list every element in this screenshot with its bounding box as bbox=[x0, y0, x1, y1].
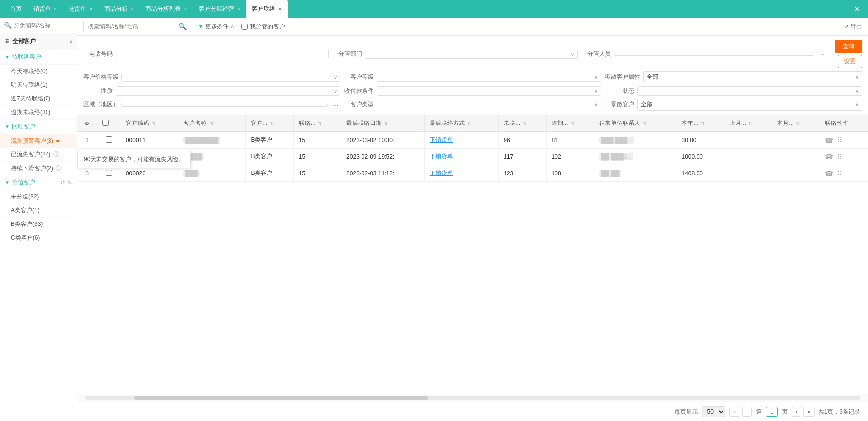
payment-select[interactable]: ∨ bbox=[377, 86, 602, 96]
settings-icon[interactable]: ⚙ bbox=[84, 120, 90, 127]
row1-action-more[interactable]: ⠿ bbox=[837, 136, 842, 144]
col-this-year[interactable]: 本年... ⇅ bbox=[676, 115, 724, 132]
col-contact[interactable]: 联络... ⇅ bbox=[293, 115, 341, 132]
tab-product-list[interactable]: 商品分析列表 × bbox=[140, 0, 193, 18]
price-level-select[interactable]: ∨ bbox=[121, 73, 340, 82]
sidebar-item-overdue[interactable]: 逾期未联络(30) bbox=[0, 106, 77, 120]
row2-method[interactable]: 下销货单 bbox=[424, 149, 498, 165]
sidebar-item-tomorrow[interactable]: 明天待联络(1) bbox=[0, 78, 77, 92]
row3-check[interactable] bbox=[106, 170, 112, 176]
last-page-btn[interactable]: » bbox=[803, 407, 815, 417]
sidebar-group-risk[interactable]: ▼ 回顾客户 bbox=[0, 120, 77, 134]
field-retail-customer: 零散客户 全部 ∨ bbox=[605, 99, 862, 111]
tab-customer-contact-close[interactable]: × bbox=[278, 6, 281, 12]
col-last-date[interactable]: 最后联络日期 ⇅ bbox=[341, 115, 425, 132]
tab-customer-contact[interactable]: 客户联络 × bbox=[246, 0, 287, 18]
search-input[interactable] bbox=[88, 23, 178, 30]
prev-page-btn[interactable]: ‹ bbox=[742, 407, 752, 417]
row3-action-phone[interactable]: ☎ bbox=[825, 170, 833, 177]
manager-select[interactable] bbox=[614, 52, 814, 56]
col-contact-person[interactable]: 往来单位联系人 ⇅ bbox=[594, 115, 676, 132]
sidebar-all-customers[interactable]: ⠿ 全部客户 « bbox=[0, 33, 77, 50]
table-row: 3 000026 ███ B类客户 15 2023-02-03 11:12: 下… bbox=[77, 165, 868, 182]
col-overdue[interactable]: 逾期... ⇅ bbox=[546, 115, 594, 132]
query-btn[interactable]: 查询 bbox=[835, 40, 862, 53]
sidebar-item-declining[interactable]: 持续下滑客户(2) ⓘ bbox=[0, 162, 77, 175]
sidebar-group-value[interactable]: ▼ 价值客户 ↺ ✎ bbox=[0, 175, 77, 190]
search-btn[interactable]: 🔍 bbox=[178, 23, 187, 30]
row3-method-link[interactable]: 下销货单 bbox=[430, 170, 453, 176]
tab-customer-tier-close[interactable]: × bbox=[237, 6, 240, 12]
export-btn[interactable]: ↗ 导出 bbox=[844, 23, 862, 31]
tab-product-analysis[interactable]: 商品分析 × bbox=[98, 0, 140, 18]
first-page-btn[interactable]: « bbox=[729, 407, 741, 417]
tab-product-analysis-close[interactable]: × bbox=[131, 6, 134, 12]
row2-cp-blurred: ██ ███3... bbox=[599, 153, 634, 160]
scroll-track[interactable] bbox=[85, 396, 860, 400]
row1-method-link[interactable]: 下销货单 bbox=[430, 136, 453, 143]
next-page-btn[interactable]: › bbox=[792, 407, 801, 417]
tab-purchase-close[interactable]: × bbox=[89, 6, 92, 12]
nature-select[interactable]: ∨ bbox=[116, 86, 340, 96]
row2-this-year: 1000.00 bbox=[676, 149, 724, 165]
col-unlisted[interactable]: 未联... ⇅ bbox=[499, 115, 546, 132]
tab-purchase[interactable]: 进货单 × bbox=[63, 0, 98, 18]
status-select[interactable]: ∨ bbox=[637, 86, 862, 96]
col-settings[interactable]: ⚙ bbox=[77, 115, 97, 132]
my-customers-checkbox[interactable] bbox=[241, 24, 248, 30]
tab-product-list-close[interactable]: × bbox=[184, 6, 187, 12]
row2-action-more[interactable]: ⠿ bbox=[837, 153, 842, 161]
col-type[interactable]: 客户... ⇅ bbox=[246, 115, 293, 132]
area-more[interactable]: ··· bbox=[331, 101, 340, 109]
row1-check[interactable] bbox=[106, 136, 112, 143]
sidebar-item-today[interactable]: 今天待联络(0) bbox=[0, 65, 77, 78]
tab-sales[interactable]: 销货单 × bbox=[27, 0, 63, 18]
refresh-icon[interactable]: ↺ bbox=[60, 179, 65, 186]
row2-action-phone[interactable]: ☎ bbox=[825, 153, 833, 161]
more-conditions-btn[interactable]: ▼ 更多条件 ∧ bbox=[195, 21, 238, 32]
phone-input[interactable] bbox=[116, 49, 329, 59]
sidebar-item-class-c[interactable]: C类客户(6) bbox=[0, 231, 77, 245]
col-this-month[interactable]: 本月... ⇅ bbox=[772, 115, 820, 132]
sidebar-group-pending[interactable]: ▼ 待联络客户 bbox=[0, 50, 77, 65]
setting-btn[interactable]: 设置 bbox=[838, 55, 862, 68]
customer-level-select[interactable]: ∨ bbox=[377, 73, 602, 82]
retail-customer-select[interactable]: 全部 ∨ bbox=[637, 99, 862, 111]
area-select[interactable] bbox=[121, 103, 328, 107]
row1-action-phone[interactable]: ☎ bbox=[825, 136, 833, 144]
edit-icon[interactable]: ✎ bbox=[67, 179, 72, 186]
customer-type-select[interactable]: ∨ bbox=[377, 100, 602, 109]
row3-action-more[interactable]: ⠿ bbox=[837, 170, 842, 177]
tab-customer-tier[interactable]: 客户分层经营 × bbox=[193, 0, 246, 18]
sidebar-item-churn-warning[interactable]: 流失预警客户(3) ● bbox=[0, 134, 77, 148]
row2-overdue: 102 bbox=[546, 149, 594, 165]
sidebar-item-churned[interactable]: 已流失客户(24) ⓘ bbox=[0, 148, 77, 162]
row1-name-blurred: ████████ bbox=[183, 137, 220, 144]
col-code[interactable]: 客户编码 ⇅ bbox=[121, 115, 178, 132]
col-last-month[interactable]: 上月... ⇅ bbox=[724, 115, 772, 132]
scroll-thumb[interactable] bbox=[134, 396, 428, 400]
row3-last-month bbox=[724, 165, 772, 182]
horizontal-scrollbar[interactable] bbox=[77, 394, 868, 402]
sidebar-item-class-a[interactable]: A类客户(1) bbox=[0, 204, 77, 218]
sidebar-item-ungrouped[interactable]: 未分组(32) bbox=[0, 190, 77, 204]
sidebar-item-7days[interactable]: 近7天待联络(0) bbox=[0, 92, 77, 106]
tab-home[interactable]: 首页 bbox=[4, 0, 27, 18]
col-name[interactable]: 客户名称 ⇅ bbox=[178, 115, 246, 132]
row2-method-link[interactable]: 下销货单 bbox=[430, 153, 453, 160]
department-select[interactable]: ∨ bbox=[365, 50, 578, 59]
manager-more[interactable]: ··· bbox=[817, 50, 827, 58]
row3-name-blurred: ███ bbox=[183, 170, 200, 177]
page-size-select[interactable]: 50 bbox=[702, 406, 725, 417]
tab-sales-close[interactable]: × bbox=[54, 6, 57, 12]
col-last-method[interactable]: 最后联络方式 ⇅ bbox=[424, 115, 498, 132]
my-customers-checkbox-wrap[interactable]: 我分管的客户 bbox=[241, 23, 285, 31]
row1-method[interactable]: 下销货单 bbox=[424, 132, 498, 149]
sidebar-search-input[interactable] bbox=[14, 22, 73, 29]
window-close-btn[interactable]: ✕ bbox=[850, 4, 864, 14]
retail-attr-select[interactable]: 全部 ∨ bbox=[643, 71, 862, 83]
row3-method[interactable]: 下销货单 bbox=[424, 165, 498, 182]
col-code-label: 客户编码 bbox=[126, 120, 149, 126]
sidebar-item-class-b[interactable]: B类客户(33) bbox=[0, 218, 77, 231]
select-all-checkbox[interactable] bbox=[102, 120, 109, 126]
